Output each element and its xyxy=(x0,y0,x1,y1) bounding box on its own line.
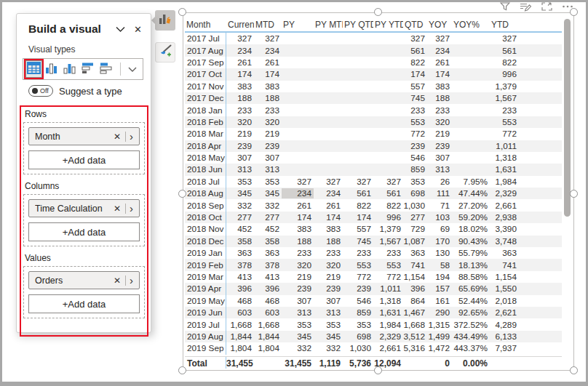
matrix-cell[interactable]: 3,390 xyxy=(490,224,519,234)
matrix-cell[interactable]: 864 xyxy=(403,296,427,306)
column-header-py-mtd[interactable]: PY MTD xyxy=(314,20,343,30)
matrix-cell[interactable]: 1,668 xyxy=(254,320,282,330)
row-header-month[interactable]: 2017 Dec xyxy=(185,92,226,104)
visual-type-stacked-column-chart[interactable] xyxy=(44,60,60,78)
remove-field-icon[interactable]: ✕ xyxy=(111,276,123,286)
matrix-cell[interactable]: 557 xyxy=(403,81,427,92)
row-header-month[interactable]: 2019 Feb xyxy=(185,259,226,270)
matrix-cell[interactable]: 234 xyxy=(314,188,343,198)
matrix-cell[interactable]: 219 xyxy=(427,129,452,139)
matrix-cell[interactable]: 290 xyxy=(427,307,452,318)
row-header-month[interactable]: 2018 Apr xyxy=(185,140,226,152)
row-header-month[interactable]: 2017 Oct xyxy=(185,68,226,80)
matrix-cell[interactable]: 729 xyxy=(403,224,427,234)
column-header-mtd[interactable]: MTD xyxy=(254,20,282,30)
matrix-cell[interactable]: 7.95% xyxy=(452,177,490,187)
close-panel-icon[interactable]: ✕ xyxy=(134,24,142,35)
matrix-cell[interactable]: 261 xyxy=(254,57,282,68)
matrix-cell[interactable]: 741 xyxy=(403,260,427,270)
matrix-cell[interactable]: 1,030 xyxy=(403,201,427,211)
matrix-cell[interactable]: 174 xyxy=(403,69,427,79)
matrix-cell[interactable]: 557 xyxy=(343,224,373,234)
matrix-cell[interactable]: 188 xyxy=(282,236,314,246)
matrix-cell[interactable]: 353 xyxy=(343,320,373,330)
matrix-cell[interactable]: 345 xyxy=(282,331,314,342)
matrix-cell[interactable]: 332 xyxy=(314,343,343,353)
matrix-cell[interactable]: 7,937 xyxy=(490,343,519,353)
matrix-cell[interactable]: 277 xyxy=(254,212,282,222)
matrix-cell[interactable]: 239 xyxy=(343,284,373,294)
matrix-cell[interactable]: 468 xyxy=(226,296,254,306)
matrix-cell[interactable]: 233 xyxy=(343,248,373,258)
matrix-cell[interactable]: 1,087 xyxy=(403,236,427,246)
matrix-cell[interactable]: 353 xyxy=(282,320,314,330)
matrix-cell[interactable]: 174 xyxy=(343,212,373,222)
matrix-cell[interactable]: 1,631 xyxy=(490,164,519,174)
matrix-cell[interactable]: 383 xyxy=(226,81,254,92)
matrix-cell[interactable]: 553 xyxy=(490,117,519,127)
matrix-cell[interactable]: 434.49% xyxy=(452,331,490,342)
matrix-cell[interactable]: 320 xyxy=(254,117,282,127)
matrix-cell[interactable]: 1,804 xyxy=(226,343,254,353)
column-header-current[interactable]: Current xyxy=(226,20,254,30)
matrix-cell[interactable]: 332 xyxy=(282,343,314,353)
matrix-cell[interactable]: 320 xyxy=(427,117,452,127)
matrix-cell[interactable]: 327 xyxy=(403,33,427,44)
matrix-cell[interactable]: 553 xyxy=(403,117,427,127)
matrix-cell[interactable]: 468 xyxy=(254,296,282,306)
matrix-cell[interactable]: 358 xyxy=(254,236,282,246)
matrix-cell[interactable]: 1,379 xyxy=(490,81,519,92)
row-header-month[interactable]: 2017 Jul xyxy=(185,33,226,44)
matrix-cell[interactable]: 1,567 xyxy=(490,93,519,103)
matrix-cell[interactable]: 194 xyxy=(427,272,452,282)
selection-handle-middle-left[interactable] xyxy=(178,190,186,198)
build-visual-button[interactable] xyxy=(155,10,175,31)
matrix-cell[interactable]: 383 xyxy=(282,224,314,234)
visual-type-clustered-column-chart[interactable] xyxy=(62,60,79,78)
matrix-cell[interactable]: 239 xyxy=(427,141,452,151)
matrix-total-cell[interactable]: 31,455 xyxy=(226,358,254,369)
matrix-cell[interactable]: 1,315 xyxy=(427,320,452,330)
row-header-month[interactable]: 2017 Sep xyxy=(185,57,226,68)
row-header-month[interactable]: 2018 Feb xyxy=(185,116,226,128)
matrix-cell[interactable]: 363 xyxy=(403,248,427,258)
suggest-type-toggle[interactable]: Off xyxy=(28,85,53,97)
values-add-data-button[interactable]: +Add data xyxy=(28,294,140,313)
field-chip-time-calculation[interactable]: Time Calculation ✕ › xyxy=(28,199,140,217)
matrix-cell[interactable]: 157 xyxy=(427,284,452,294)
matrix-cell[interactable]: 822 xyxy=(343,201,373,211)
matrix-cell[interactable]: 52.44% xyxy=(452,296,490,306)
matrix-cell[interactable]: 327 xyxy=(343,177,373,187)
matrix-cell[interactable]: 603 xyxy=(226,307,254,318)
matrix-cell[interactable]: 92.65% xyxy=(452,307,490,318)
remove-field-icon[interactable]: ✕ xyxy=(111,204,123,214)
matrix-total-cell[interactable]: 1,119 xyxy=(314,358,343,369)
matrix-cell[interactable]: 47.44% xyxy=(452,188,490,198)
collapse-panel-icon[interactable] xyxy=(116,26,125,33)
matrix-cell[interactable]: 772 xyxy=(403,129,427,139)
matrix-cell[interactable]: 320 xyxy=(314,260,343,270)
matrix-total-cell[interactable]: 31,455 xyxy=(282,358,314,369)
column-header-py-qtd[interactable]: PY QTD xyxy=(343,20,373,30)
matrix-cell[interactable]: 174 xyxy=(226,69,254,79)
field-options-icon[interactable]: › xyxy=(128,131,135,142)
selection-handle-top-right[interactable] xyxy=(570,8,578,16)
matrix-cell[interactable]: 313 xyxy=(226,164,254,174)
matrix-cell[interactable]: 1,668 xyxy=(226,320,254,330)
matrix-cell[interactable]: 332 xyxy=(226,201,254,211)
matrix-cell[interactable]: 3,748 xyxy=(490,236,519,246)
matrix-cell[interactable]: 320 xyxy=(226,117,254,127)
matrix-cell[interactable]: 239 xyxy=(314,284,343,294)
matrix-cell[interactable]: 307 xyxy=(282,296,314,306)
matrix-cell[interactable]: 188 xyxy=(427,93,452,103)
column-header-month[interactable]: Month xyxy=(185,20,226,30)
matrix-cell[interactable]: 234 xyxy=(254,46,282,56)
matrix-cell[interactable]: 261 xyxy=(427,57,452,68)
matrix-cell[interactable]: 996 xyxy=(490,69,519,79)
matrix-cell[interactable]: 345 xyxy=(254,188,282,198)
column-header-yoy[interactable]: YOY xyxy=(427,20,452,30)
matrix-cell[interactable]: 327 xyxy=(282,177,314,187)
matrix-cell[interactable]: 353 xyxy=(254,177,282,187)
matrix-cell[interactable]: 234 xyxy=(282,188,314,198)
matrix-cell[interactable]: 332 xyxy=(254,201,282,211)
